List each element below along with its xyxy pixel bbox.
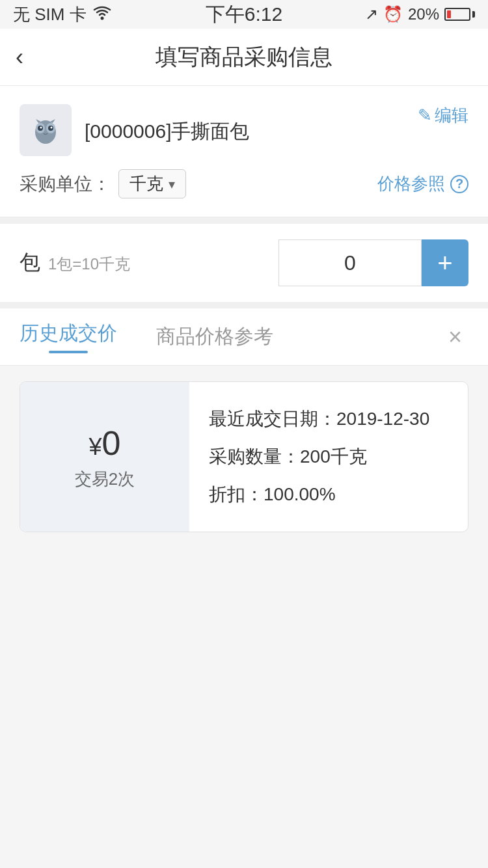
price-ref-label: 价格参照: [377, 172, 445, 195]
recent-date-row: 最近成交日期：2019-12-30: [209, 405, 448, 433]
edit-icon: ✎: [418, 105, 432, 126]
battery-icon: [444, 8, 475, 21]
back-button[interactable]: ‹: [16, 44, 23, 71]
product-header-left: [0000006]手撕面包: [20, 104, 249, 156]
tabs-left: 历史成交价 商品价格参考: [20, 308, 273, 366]
price-value: 0: [102, 424, 121, 462]
alarm-icon: ⏰: [383, 5, 403, 23]
unit-selector-arrow: ▾: [169, 176, 175, 192]
trade-count: 交易2次: [75, 468, 135, 491]
discount-value: 100.00%: [264, 484, 336, 504]
history-right: 最近成交日期：2019-12-30 采购数量：200千克 折扣：100.00%: [189, 382, 468, 532]
tab1-underline: [49, 351, 88, 353]
svg-point-6: [40, 127, 42, 129]
product-header: [0000006]手撕面包 ✎ 编辑: [20, 104, 468, 156]
history-card: ¥0 交易2次 最近成交日期：2019-12-30 采购数量：200千克 折扣：…: [20, 381, 468, 532]
purchase-qty-value: 200千克: [300, 446, 367, 467]
battery-percent: 20%: [408, 5, 439, 23]
discount-row: 折扣：100.00%: [209, 481, 448, 508]
purchase-qty-row: 采购数量：200千克: [209, 443, 448, 470]
qty-unit: 包: [20, 249, 40, 277]
tabs-section: 历史成交价 商品价格参考 ×: [0, 308, 488, 366]
quantity-section: 包 1包=10千克 0 +: [0, 217, 488, 308]
status-time: 下午6:12: [206, 1, 282, 28]
qty-conversion: 1包=10千克: [48, 254, 130, 275]
qty-input-group: 0 +: [278, 239, 468, 286]
product-name: [0000006]手撕面包: [85, 118, 249, 145]
product-icon: [20, 104, 72, 156]
tab-history-price[interactable]: 历史成交价: [20, 308, 117, 366]
status-right: ↗ ⏰ 20%: [365, 5, 475, 23]
history-content: ¥0 交易2次 最近成交日期：2019-12-30 采购数量：200千克 折扣：…: [0, 366, 488, 691]
unit-selector-group: 采购单位： 千克 ▾: [20, 169, 186, 198]
unit-label: 采购单位：: [20, 172, 111, 197]
sim-label: 无 SIM 卡: [13, 3, 87, 26]
tab-close-button[interactable]: ×: [442, 317, 468, 357]
history-left: ¥0 交易2次: [20, 382, 189, 532]
qty-label-group: 包 1包=10千克: [20, 249, 130, 277]
unit-value: 千克: [129, 172, 163, 195]
purchase-qty-label: 采购数量：: [209, 446, 300, 467]
unit-row: 采购单位： 千克 ▾ 价格参照 ?: [20, 169, 468, 198]
svg-point-0: [100, 16, 103, 20]
location-icon: ↗: [365, 5, 378, 23]
price-ref-icon: ?: [450, 175, 468, 193]
qty-input[interactable]: 0: [278, 239, 422, 286]
svg-point-7: [51, 127, 53, 129]
page-title: 填写商品采购信息: [156, 42, 332, 72]
tab1-label: 历史成交价: [20, 320, 117, 347]
edit-button[interactable]: ✎ 编辑: [418, 104, 468, 127]
history-price: ¥0: [89, 424, 121, 463]
tab2-label: 商品价格参考: [156, 323, 273, 350]
tab-product-price-ref[interactable]: 商品价格参考: [156, 308, 273, 366]
unit-selector[interactable]: 千克 ▾: [118, 169, 186, 198]
price-ref-button[interactable]: 价格参照 ?: [377, 172, 468, 195]
recent-date-label: 最近成交日期：: [209, 409, 336, 429]
status-left: 无 SIM 卡: [13, 3, 111, 26]
edit-label: 编辑: [435, 104, 468, 127]
status-bar: 无 SIM 卡 下午6:12 ↗ ⏰ 20%: [0, 0, 488, 29]
product-card: [0000006]手撕面包 ✎ 编辑 采购单位： 千克 ▾ 价格参照 ?: [0, 86, 488, 217]
discount-label: 折扣：: [209, 484, 264, 504]
qty-plus-button[interactable]: +: [422, 239, 468, 286]
recent-date-value: 2019-12-30: [336, 409, 429, 429]
wifi-icon: [93, 5, 111, 25]
nav-bar: ‹ 填写商品采购信息: [0, 29, 488, 86]
price-prefix: ¥: [89, 433, 102, 460]
